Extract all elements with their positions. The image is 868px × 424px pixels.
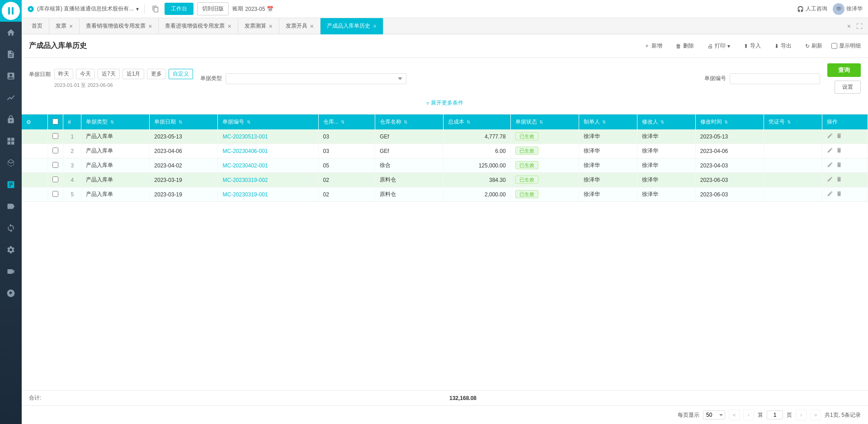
import-button[interactable]: ⬆ 导入	[739, 40, 765, 52]
select-all-checkbox[interactable]	[52, 119, 58, 124]
date-1month[interactable]: 近1月	[123, 69, 145, 79]
row-number[interactable]: MC-20230406-001	[218, 144, 318, 158]
tab-calc[interactable]: 发票测算 ×	[238, 18, 279, 34]
sidebar-item-refresh[interactable]	[0, 217, 22, 239]
sidebar-item-version[interactable]	[0, 282, 22, 304]
show-detail-label[interactable]: 显示明细	[831, 42, 861, 50]
row-number-link[interactable]: MC-20230406-001	[222, 148, 268, 154]
row-edit-button[interactable]	[827, 147, 833, 155]
sidebar-item-settings[interactable]	[0, 239, 22, 261]
sidebar-item-grid[interactable]	[0, 130, 22, 152]
row-number[interactable]: MC-20230402-001	[218, 158, 318, 173]
refresh-button[interactable]: ↻ 刷新	[801, 40, 827, 52]
workbench-button[interactable]: 工作台	[165, 3, 193, 15]
tab-open[interactable]: 发票开具 ×	[279, 18, 321, 34]
col-warehouse-code[interactable]: 仓库... ⇅	[318, 114, 375, 129]
tab-close-all[interactable]: ×	[845, 21, 853, 32]
date-more[interactable]: 更多	[147, 69, 166, 79]
row-checkbox[interactable]	[48, 129, 63, 144]
row-number-link[interactable]: MC-20230513-001	[222, 133, 268, 140]
copy-button[interactable]	[150, 4, 161, 14]
tab-check-sale-close[interactable]: ×	[148, 23, 152, 29]
row-check-0[interactable]	[52, 133, 58, 139]
settings-col-header[interactable]: ⚙	[22, 114, 48, 129]
row-delete-button[interactable]	[836, 147, 842, 155]
col-modify-time[interactable]: 修改时间 ⇅	[695, 114, 764, 129]
checkbox-col-header[interactable]	[48, 114, 63, 129]
brand-selector[interactable]: (库存核算) 直播轻速通信息技术股份有... ▾	[27, 5, 139, 13]
current-page-input[interactable]	[767, 410, 783, 419]
col-creator[interactable]: 制单人 ⇅	[579, 114, 637, 129]
row-delete-button[interactable]	[836, 176, 842, 184]
sidebar-item-box[interactable]	[0, 152, 22, 174]
sidebar-logo[interactable]	[0, 0, 22, 22]
show-detail-checkbox[interactable]	[831, 43, 837, 49]
per-page-select[interactable]: 10 20 50 100	[703, 410, 725, 419]
expand-button[interactable]: ▿ 展开更多条件	[426, 99, 463, 107]
col-warehouse-name[interactable]: 仓库名称 ⇅	[375, 114, 443, 129]
delete-button[interactable]: 🗑 删除	[671, 40, 698, 52]
query-button[interactable]: 查询	[827, 63, 861, 77]
row-edit-button[interactable]	[827, 191, 833, 198]
tab-invoice-close[interactable]: ×	[69, 23, 73, 29]
row-check-1[interactable]	[52, 148, 58, 153]
first-page-button[interactable]: «	[729, 410, 740, 420]
row-check-2[interactable]	[52, 162, 58, 168]
new-button[interactable]: ＋ 新增	[640, 40, 667, 52]
row-check-4[interactable]	[52, 191, 58, 197]
col-modifier[interactable]: 修改人 ⇅	[637, 114, 695, 129]
row-number-link[interactable]: MC-20230319-002	[222, 177, 268, 183]
row-checkbox[interactable]	[48, 158, 63, 173]
tab-invoice[interactable]: 发票 ×	[49, 18, 80, 34]
row-number[interactable]: MC-20230319-001	[218, 187, 318, 202]
sidebar-item-video[interactable]	[0, 261, 22, 282]
row-checkbox[interactable]	[48, 173, 63, 187]
row-edit-button[interactable]	[827, 162, 833, 169]
tab-history[interactable]: 产成品入库单历史 ×	[321, 18, 383, 34]
calendar-icon[interactable]: 📅	[267, 6, 274, 12]
col-voucher[interactable]: 凭证号 ⇅	[764, 114, 822, 129]
row-delete-button[interactable]	[836, 133, 842, 140]
prev-page-button[interactable]: ‹	[743, 410, 754, 420]
sidebar-item-home[interactable]	[0, 22, 22, 43]
user-info[interactable]: 华 徐泽华	[833, 3, 863, 15]
next-page-button[interactable]: ›	[796, 410, 807, 420]
set-button[interactable]: 设置	[835, 81, 861, 94]
date-custom[interactable]: 自定义	[169, 69, 193, 79]
col-total-cost[interactable]: 总成本 ⇅	[443, 114, 511, 129]
sidebar-item-inventory[interactable]	[0, 174, 22, 195]
switch-button[interactable]: 切到旧版	[197, 2, 229, 15]
sidebar-item-tag[interactable]	[0, 195, 22, 217]
last-page-button[interactable]: »	[810, 410, 821, 420]
col-type[interactable]: 单据类型 ⇅	[81, 114, 150, 129]
tab-calc-close[interactable]: ×	[269, 23, 273, 29]
row-delete-button[interactable]	[836, 191, 842, 198]
row-delete-button[interactable]	[836, 162, 842, 169]
row-check-3[interactable]	[52, 176, 58, 182]
tab-check-sale[interactable]: 查看销项增值税专用发票 ×	[80, 18, 159, 34]
sidebar-item-lock[interactable]	[0, 109, 22, 130]
col-date[interactable]: 单据日期 ⇅	[150, 114, 218, 129]
tab-history-close[interactable]: ×	[373, 23, 377, 29]
tab-home[interactable]: 首页	[25, 18, 49, 34]
tab-check-purchase[interactable]: 查看进项增值税专用发票 ×	[159, 18, 238, 34]
row-checkbox[interactable]	[48, 144, 63, 158]
number-filter-input[interactable]	[730, 73, 820, 84]
print-button[interactable]: 🖨 打印 ▾	[703, 40, 735, 52]
date-7days[interactable]: 近7天	[98, 69, 120, 79]
row-number-link[interactable]: MC-20230319-001	[222, 191, 268, 198]
row-number[interactable]: MC-20230513-001	[218, 129, 318, 144]
row-number[interactable]: MC-20230319-002	[218, 173, 318, 187]
col-number[interactable]: 单据编号 ⇅	[218, 114, 318, 129]
date-yesterday[interactable]: 昨天	[54, 69, 73, 79]
tab-check-purchase-close[interactable]: ×	[227, 23, 231, 29]
col-status[interactable]: 单据状态 ⇅	[510, 114, 579, 129]
row-number-link[interactable]: MC-20230402-001	[222, 162, 268, 169]
row-edit-button[interactable]	[827, 176, 833, 184]
row-checkbox[interactable]	[48, 187, 63, 202]
sidebar-item-chart[interactable]	[0, 65, 22, 87]
date-today[interactable]: 今天	[76, 69, 95, 79]
tab-fullscreen[interactable]: ⛶	[854, 21, 864, 32]
type-filter-select[interactable]: 产品入库单	[226, 73, 406, 84]
sidebar-item-analytics[interactable]	[0, 87, 22, 109]
